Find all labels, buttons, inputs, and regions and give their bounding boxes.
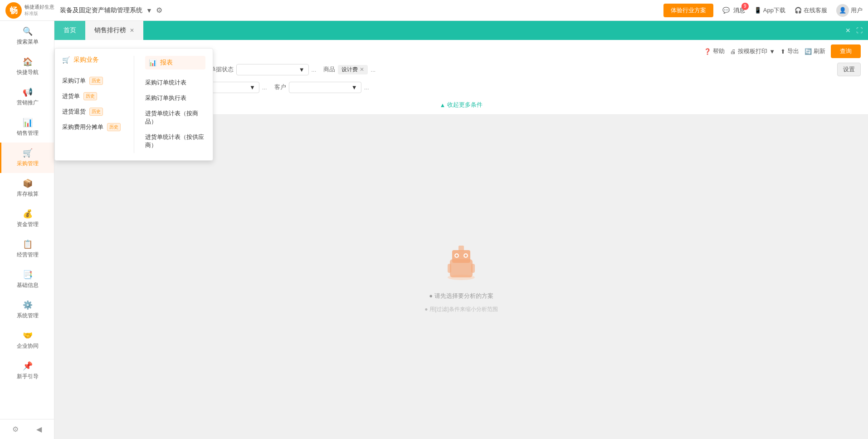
sidebar-item-basic-info[interactable]: 📑 基础信息 bbox=[0, 264, 54, 295]
sidebar-item-purchase-mgmt[interactable]: 🛒 采购管理 bbox=[0, 143, 54, 173]
svg-rect-8 bbox=[448, 264, 451, 273]
svg-rect-7 bbox=[458, 246, 464, 251]
purchase-order-history-badge: 历史 bbox=[89, 77, 103, 85]
settings-button[interactable]: 设置 bbox=[837, 63, 861, 76]
sidebar-bottom: ⚙ ◀ bbox=[0, 419, 54, 439]
inventory-icon: 📦 bbox=[23, 178, 33, 188]
export-label: 导出 bbox=[787, 47, 799, 55]
tab-expand-icon[interactable]: ⛶ bbox=[854, 25, 864, 36]
dropdown-item-goods-return[interactable]: 进货退货 历史 bbox=[62, 104, 123, 119]
bullet2: ● bbox=[424, 306, 429, 312]
cooperation-label: 企业协同 bbox=[17, 342, 39, 350]
print-dropdown-icon: ▼ bbox=[769, 48, 775, 55]
phone-icon: 📱 bbox=[754, 7, 761, 14]
sidebar-collapse-button[interactable]: ◀ bbox=[36, 425, 42, 434]
dropdown-item-purchase-order[interactable]: 采购订单 历史 bbox=[62, 73, 123, 89]
marketing-icon: 📢 bbox=[23, 87, 33, 97]
tab-close-icon[interactable]: ✕ bbox=[130, 27, 134, 34]
user-area[interactable]: 👤 用户 bbox=[836, 4, 863, 17]
notification-badge: 9 bbox=[741, 3, 749, 10]
dropdown-item-purchase-order-exec[interactable]: 采购订单执行表 bbox=[145, 90, 206, 106]
user-name-label: 用户 bbox=[851, 6, 863, 15]
sidebar-item-sales-mgmt[interactable]: 📊 销售管理 bbox=[0, 112, 54, 143]
industry-button[interactable]: 体验行业方案 bbox=[663, 4, 713, 17]
notification-area[interactable]: 💬 9 消息 bbox=[722, 6, 745, 15]
product-dots[interactable]: ... bbox=[371, 66, 375, 73]
sidebar-item-guide[interactable]: 📌 新手引导 bbox=[0, 355, 54, 386]
tab-close-all-icon[interactable]: ✕ bbox=[844, 25, 853, 36]
report-column: 📊 报表 采购订单统计表 采购订单执行表 进货单统计表（按商品） 进货单统计表（… bbox=[145, 56, 206, 153]
sidebar-settings-button[interactable]: ⚙ bbox=[12, 425, 19, 434]
dropdown-item-purchase-order-stat[interactable]: 采购订单统计表 bbox=[145, 75, 206, 90]
top-header: 畅 畅捷通好生意 标准版 装备及固定资产辅助管理系统 ▼ ⚙ 体验行业方案 💬 … bbox=[0, 0, 868, 21]
system-title-area: 装备及固定资产辅助管理系统 ▼ ⚙ bbox=[60, 6, 663, 15]
purchase-order-label: 采购订单 bbox=[62, 77, 86, 85]
sidebar-item-sys-mgmt[interactable]: ⚙️ 系统管理 bbox=[0, 295, 54, 325]
purchase-col-title: 采购业务 bbox=[73, 56, 99, 64]
app-download-item[interactable]: 📱 App下载 bbox=[754, 6, 785, 15]
status-dots[interactable]: ... bbox=[312, 66, 317, 73]
customer-dots[interactable]: ... bbox=[364, 84, 369, 91]
sys-mgmt-label: 系统管理 bbox=[17, 312, 39, 320]
salesperson-dots[interactable]: ... bbox=[262, 84, 267, 91]
product-filter-label: 商品 bbox=[323, 65, 335, 74]
print-button[interactable]: 🖨 按模板打印 ▼ bbox=[730, 47, 775, 55]
tab-bar: 首页 销售排行榜 ✕ ✕ ⛶ bbox=[54, 21, 868, 40]
tab-home[interactable]: 首页 bbox=[54, 21, 85, 40]
purchase-col-icon: 🛒 bbox=[62, 56, 70, 64]
print-icon: 🖨 bbox=[730, 48, 736, 55]
status-filter: 单据状态 ▼ ... bbox=[210, 64, 317, 75]
sidebar-item-cooperation[interactable]: 🤝 企业协同 bbox=[0, 325, 54, 355]
title-settings-icon[interactable]: ⚙ bbox=[156, 6, 162, 15]
message-icon: 💬 bbox=[722, 7, 730, 14]
print-label: 按模板打印 bbox=[738, 47, 767, 55]
online-service-item[interactable]: 🎧 在线客服 bbox=[795, 6, 827, 15]
collapse-button[interactable]: ▲ 收起更多条件 bbox=[440, 101, 483, 109]
svg-point-5 bbox=[456, 254, 458, 256]
tab-sales-ranking[interactable]: 销售排行榜 ✕ bbox=[85, 21, 143, 40]
empty-svg-icon bbox=[439, 241, 484, 286]
sidebar-item-finance[interactable]: 💰 资金管理 bbox=[0, 203, 54, 234]
help-button[interactable]: ❓ 帮助 bbox=[704, 47, 725, 55]
purchase-mgmt-icon: 🛒 bbox=[23, 148, 33, 158]
online-service-label: 在线客服 bbox=[804, 6, 827, 15]
empty-illustration bbox=[439, 241, 484, 286]
finance-icon: 💰 bbox=[23, 209, 33, 219]
product-tag-close[interactable]: ✕ bbox=[360, 66, 364, 73]
collapse-chevron-icon: ▲ bbox=[440, 102, 446, 109]
sidebar-item-marketing[interactable]: 📢 营销推广 bbox=[0, 82, 54, 112]
purchase-col-header: 🛒 采购业务 bbox=[62, 56, 123, 68]
status-select[interactable]: ▼ bbox=[236, 64, 309, 75]
sidebar-item-inventory[interactable]: 📦 库存核算 bbox=[0, 173, 54, 203]
logo-area: 畅 畅捷通好生意 标准版 bbox=[5, 2, 60, 19]
marketing-label: 营销推广 bbox=[17, 99, 39, 107]
dropdown-item-goods-stat-product[interactable]: 进货单统计表（按商品） bbox=[145, 106, 206, 129]
purchase-column: 🛒 采购业务 采购订单 历史 进货单 历史 进货退货 历史 采购费用分摊单 历史 bbox=[62, 56, 123, 153]
basic-info-label: 基础信息 bbox=[17, 281, 39, 289]
guide-label: 新手引导 bbox=[17, 373, 39, 380]
export-icon: ⬆ bbox=[780, 48, 785, 55]
basic-info-icon: 📑 bbox=[23, 270, 33, 280]
title-dropdown-icon[interactable]: ▼ bbox=[146, 7, 152, 14]
refresh-icon: 🔄 bbox=[805, 48, 812, 55]
operations-label: 经营管理 bbox=[17, 251, 39, 259]
quick-nav-label: 快捷导航 bbox=[17, 69, 39, 76]
sidebar-item-quick-nav[interactable]: 🏠 快捷导航 bbox=[0, 51, 54, 82]
logo-badge: 标准版 bbox=[24, 10, 54, 17]
query-button[interactable]: 查询 bbox=[831, 44, 861, 58]
customer-select[interactable]: ▼ bbox=[289, 82, 361, 93]
product-filter: 商品 设计费 ✕ ... bbox=[323, 65, 375, 74]
export-button[interactable]: ⬆ 导出 bbox=[780, 47, 799, 55]
sidebar-item-search-menu[interactable]: 🔍 搜索菜单 bbox=[0, 21, 54, 51]
sidebar-item-operations[interactable]: 📋 经营管理 bbox=[0, 234, 54, 264]
dropdown-item-purchase-expense[interactable]: 采购费用分摊单 历史 bbox=[62, 119, 123, 135]
finance-label: 资金管理 bbox=[17, 221, 39, 228]
user-avatar: 👤 bbox=[836, 4, 849, 17]
dropdown-item-goods-receipt[interactable]: 进货单 历史 bbox=[62, 89, 123, 104]
svg-point-6 bbox=[465, 254, 467, 256]
empty-text-line1: ● 请先选择要分析的方案 bbox=[429, 292, 493, 300]
system-title-text: 装备及固定资产辅助管理系统 bbox=[60, 6, 142, 15]
guide-icon: 📌 bbox=[23, 361, 33, 371]
refresh-button[interactable]: 🔄 刷新 bbox=[805, 47, 825, 55]
dropdown-item-goods-stat-supplier[interactable]: 进货单统计表（按供应商） bbox=[145, 129, 206, 153]
